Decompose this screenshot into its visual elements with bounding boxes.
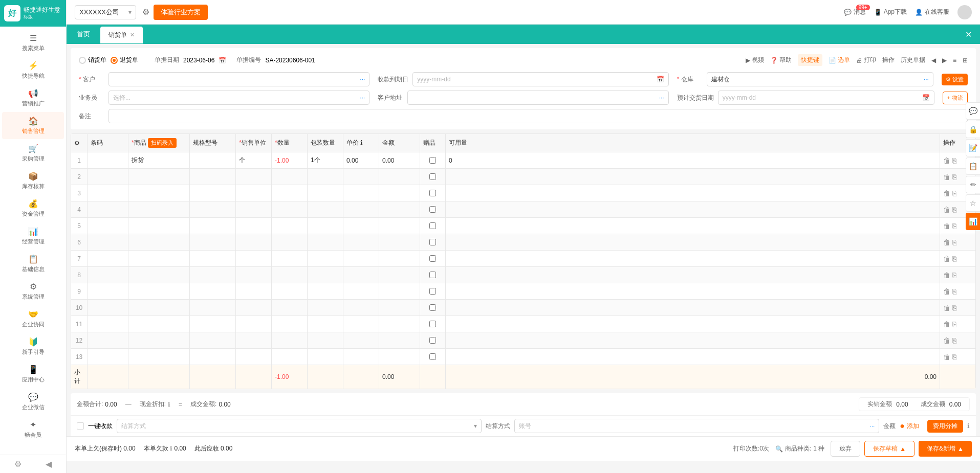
cell-spec[interactable]	[190, 267, 236, 283]
cell-barcode[interactable]	[88, 316, 128, 332]
cell-available[interactable]	[446, 283, 940, 300]
rf-btn-1[interactable]: 💬	[966, 102, 980, 120]
delete-row-btn[interactable]: 🗑	[943, 320, 950, 328]
cell-pkg-qty[interactable]	[308, 300, 343, 316]
rf-btn-3[interactable]: 📝	[966, 139, 980, 156]
next-btn[interactable]: ▶	[942, 57, 947, 64]
delete-row-btn[interactable]: 🗑	[943, 336, 950, 345]
delete-row-btn[interactable]: 🗑	[943, 222, 950, 230]
sidebar-item-finance[interactable]: 💰 资金管理	[2, 195, 64, 222]
save-new-btn[interactable]: 保存&新增 ▲	[919, 441, 972, 457]
cell-unit[interactable]	[236, 267, 272, 283]
copy-row-btn[interactable]: ⎘	[952, 206, 956, 214]
cell-available[interactable]: 0	[446, 152, 940, 169]
radio-return[interactable]: 退货单	[111, 56, 138, 64]
cell-product[interactable]	[128, 332, 190, 349]
gift-checkbox[interactable]	[429, 288, 436, 295]
save-draft-btn[interactable]: 保存草稿 ▲	[864, 441, 914, 457]
cell-available[interactable]	[446, 185, 940, 201]
collapse-btn[interactable]: ◀	[46, 459, 52, 469]
cell-amount[interactable]	[379, 267, 420, 283]
sidebar-item-enterprise[interactable]: 🤝 企业协同	[2, 305, 64, 332]
copy-row-btn[interactable]: ⎘	[952, 156, 956, 165]
cell-gift[interactable]	[420, 169, 446, 185]
cell-spec[interactable]	[190, 332, 236, 349]
cell-available[interactable]	[446, 316, 940, 332]
salesman-input[interactable]: 选择... ···	[108, 91, 369, 105]
cell-gift[interactable]	[420, 251, 446, 267]
copy-row-btn[interactable]: ⎘	[952, 304, 956, 312]
cell-qty[interactable]	[272, 251, 308, 267]
messages-btn[interactable]: 💬 消息 99+	[844, 8, 866, 16]
cell-gift[interactable]	[420, 349, 446, 365]
cell-amount[interactable]	[379, 349, 420, 365]
cell-gift[interactable]	[420, 332, 446, 349]
cell-gift[interactable]	[420, 234, 446, 251]
cell-spec[interactable]	[190, 283, 236, 300]
cell-price[interactable]	[343, 169, 379, 185]
product-type-search-icon[interactable]: 🔍	[775, 445, 783, 453]
one-click-checkbox[interactable]	[77, 422, 84, 430]
copy-row-btn[interactable]: ⎘	[952, 287, 956, 296]
help-btn[interactable]: ❓ 帮助	[770, 56, 792, 64]
cell-barcode[interactable]	[88, 283, 128, 300]
delete-row-btn[interactable]: 🗑	[943, 353, 950, 361]
copy-row-btn[interactable]: ⎘	[952, 238, 956, 246]
sidebar-item-corp-wechat[interactable]: 💬 企业微信	[2, 388, 64, 415]
cell-amount[interactable]	[379, 218, 420, 234]
prev-btn[interactable]: ◀	[931, 57, 936, 64]
cell-available[interactable]	[446, 201, 940, 218]
cell-gift[interactable]	[420, 152, 446, 169]
sidebar-item-search-order[interactable]: ☰ 搜索菜单	[2, 29, 64, 56]
copy-row-btn[interactable]: ⎘	[952, 336, 956, 345]
cell-price[interactable]	[343, 185, 379, 201]
sidebar-item-base-info[interactable]: 📋 基础信息	[2, 250, 64, 277]
cell-amount[interactable]	[379, 300, 420, 316]
user-avatar[interactable]	[957, 5, 972, 19]
cell-amount[interactable]	[379, 169, 420, 185]
cell-product[interactable]	[128, 283, 190, 300]
cell-pkg-qty[interactable]	[308, 185, 343, 201]
cell-price[interactable]	[343, 201, 379, 218]
cell-unit[interactable]	[236, 218, 272, 234]
gift-checkbox[interactable]	[429, 222, 436, 229]
payment-account-input[interactable]: 账号 ···	[514, 419, 879, 433]
cell-amount[interactable]	[379, 185, 420, 201]
cell-spec[interactable]	[190, 218, 236, 234]
add-icon[interactable]: ●	[900, 421, 905, 431]
cell-available[interactable]	[446, 218, 940, 234]
cell-spec[interactable]	[190, 169, 236, 185]
cell-spec[interactable]	[190, 152, 236, 169]
delete-row-btn[interactable]: 🗑	[943, 255, 950, 263]
cell-barcode[interactable]	[88, 185, 128, 201]
copy-row-btn[interactable]: ⎘	[952, 271, 956, 279]
delete-row-btn[interactable]: 🗑	[943, 271, 950, 279]
cell-gift[interactable]	[420, 300, 446, 316]
sidebar-item-operations[interactable]: 📊 经营管理	[2, 222, 64, 250]
gift-checkbox[interactable]	[429, 353, 436, 360]
cell-qty[interactable]	[272, 316, 308, 332]
cell-product[interactable]	[128, 300, 190, 316]
sidebar-item-vip[interactable]: ✦ 畅会员	[2, 416, 64, 443]
cell-price[interactable]	[343, 332, 379, 349]
cell-product[interactable]	[128, 267, 190, 283]
cell-barcode[interactable]	[88, 332, 128, 349]
abandon-btn[interactable]: 放弃	[831, 441, 860, 457]
cell-qty[interactable]	[272, 283, 308, 300]
gift-checkbox[interactable]	[429, 173, 436, 180]
settings-btn[interactable]: ⚙	[14, 459, 21, 469]
cell-qty[interactable]	[272, 169, 308, 185]
payment-method-input[interactable]: 结算方式 ▾	[117, 419, 482, 433]
sidebar-item-app-center[interactable]: 📱 应用中心	[2, 361, 64, 388]
delete-row-btn[interactable]: 🗑	[943, 156, 950, 165]
logistics-btn[interactable]: + 物流	[943, 92, 968, 104]
cell-available[interactable]	[446, 251, 940, 267]
rf-btn-2[interactable]: 🔒	[966, 121, 980, 138]
topbar-gear-icon[interactable]: ⚙	[142, 7, 149, 17]
online-service-btn[interactable]: 👤 在线客服	[915, 8, 949, 16]
cell-barcode[interactable]	[88, 169, 128, 185]
close-all-tabs-btn[interactable]: ✕	[957, 30, 980, 39]
cell-product[interactable]	[128, 251, 190, 267]
cell-available[interactable]	[446, 169, 940, 185]
cell-amount[interactable]	[379, 234, 420, 251]
